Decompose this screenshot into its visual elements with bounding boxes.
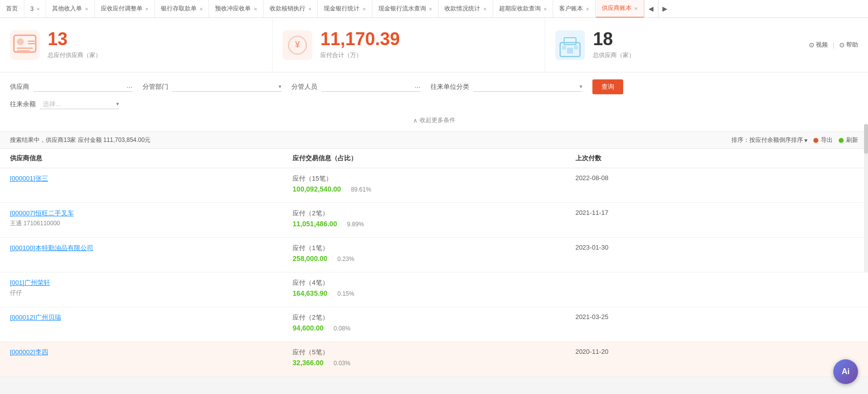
collapse-up-icon: ∧ (413, 117, 418, 124)
close-icon[interactable]: × (85, 6, 88, 12)
category-input[interactable] (473, 82, 578, 91)
tx-pct: 0.23% (337, 256, 354, 263)
tx-info-col: 应付（5笔） 32,366.00 0.03% (292, 348, 575, 367)
last-pay-col: 2021-03-25 (576, 313, 858, 321)
nav-tab-prepay[interactable]: 预收冲应收单 × (209, 0, 263, 18)
tx-pct: 0.03% (334, 360, 351, 367)
export-button[interactable]: 导出 (813, 136, 833, 144)
collapse-bar[interactable]: ∧ 收起更多条件 (10, 114, 858, 127)
col-header-supplier: 供应商信息 (10, 154, 292, 163)
nav-arrow-right[interactable]: ▶ (658, 0, 672, 18)
sort-area: 排序：按应付余额倒序排序 ▾ 导出 刷新 (731, 136, 858, 144)
dept-input[interactable] (172, 82, 277, 91)
dept-chevron-icon: ▾ (279, 83, 282, 90)
tx-info-col: 应付（1笔） 258,000.00 0.23% (292, 244, 575, 263)
table-header: 供应商信息 应付交易信息（占比） 上次付数 (0, 149, 868, 168)
tx-amount-row: 11,051,486.00 9.89% (292, 218, 575, 228)
summary-card3-text: 18 总供应商（家） (593, 30, 635, 60)
nav-tab-3[interactable]: 3 × (24, 0, 46, 18)
nav-tab-collection-stat[interactable]: 收款情况统计 × (438, 0, 493, 18)
video-link[interactable]: ⊙ 视频 (809, 41, 828, 49)
filter-row-1: 供应商 ··· 分管部门 ▾ 分管人员 ··· 往来单位分类 (10, 79, 858, 94)
summary-card-total-suppliers: 18 总供应商（家） ⊙ 视频 | ⊙ 帮助 (545, 18, 868, 72)
total-suppliers-label: 总供应商（家） (593, 51, 635, 60)
balance-input[interactable] (40, 99, 114, 109)
supplier-link[interactable]: [001]广州荣轩 (10, 278, 292, 287)
close-icon[interactable]: × (362, 6, 365, 12)
payable-suppliers-label: 总应付供应商（家） (48, 51, 101, 60)
tx-amount-row: 32,366.00 0.03% (292, 357, 575, 367)
supplier-link[interactable]: [000007]恒旺二手叉车 (10, 209, 292, 218)
supplier-input[interactable] (33, 82, 125, 91)
help-link[interactable]: ⊙ 帮助 (839, 41, 858, 49)
scrollbar-track (864, 124, 868, 273)
tx-info-col: 应付（4笔） 164,635.90 0.15% (292, 278, 575, 297)
filter-supplier: 供应商 ··· (10, 82, 133, 92)
nav-tab-cash-flow[interactable]: 现金银行流水查询 × (372, 0, 438, 18)
result-summary-text: 搜索结果中，供应商13家 应付金额 111,703,854.00元 (10, 136, 150, 144)
question-icon: ⊙ (839, 41, 845, 49)
supplier-link[interactable]: [000100]本特勤油品有限公司 (10, 244, 292, 253)
person-dots-icon[interactable]: ··· (415, 83, 421, 91)
top-navigation: 首页 3 × 其他收入单 × 应收应付调整单 × 银行存取款单 × 预收冲应收单… (0, 0, 868, 18)
close-icon[interactable]: × (586, 6, 589, 12)
close-icon[interactable]: × (254, 6, 257, 12)
nav-tab-overdue[interactable]: 超期应收款查询 × (493, 0, 553, 18)
nav-tab-customer-ledger[interactable]: 客户账本 × (553, 0, 595, 18)
top-right-links: ⊙ 视频 | ⊙ 帮助 (809, 41, 858, 49)
close-icon[interactable]: × (483, 6, 486, 12)
supplier-info-col: [000002]李四 (10, 348, 292, 357)
supplier-label: 供应商 (10, 82, 29, 91)
scrollbar-thumb[interactable] (864, 124, 868, 154)
supplier-info-col: [000012]广州贝瑞 (10, 313, 292, 322)
nav-tab-supplier-ledger[interactable]: 供应商账本 × (596, 0, 644, 18)
svg-rect-2 (17, 38, 24, 45)
nav-tab-collection[interactable]: 收款核销执行 × (264, 0, 318, 18)
table-row: [000001]张三 应付（15笔） 100,092,540.00 89.61%… (0, 168, 868, 203)
supplier-link[interactable]: [000001]张三 (10, 174, 292, 183)
close-icon[interactable]: × (37, 6, 40, 12)
dept-select-wrap: ▾ (172, 82, 282, 92)
refresh-label: 刷新 (846, 136, 858, 144)
sort-label: 排序：按应付余额倒序排序 (731, 136, 803, 144)
nav-tab-bank-deposit[interactable]: 银行存取款单 × (155, 0, 209, 18)
category-chevron-icon: ▾ (579, 83, 582, 90)
close-icon[interactable]: × (308, 6, 311, 12)
svg-text:¥: ¥ (295, 40, 300, 50)
summary-card1-text: 13 总应付供应商（家） (48, 30, 101, 60)
filter-area: 供应商 ··· 分管部门 ▾ 分管人员 ··· 往来单位分类 (0, 72, 868, 132)
sort-button[interactable]: 排序：按应付余额倒序排序 ▾ (731, 136, 807, 144)
payable-total-number: 11,170.39 (320, 30, 400, 48)
last-pay-col: 2021-11-17 (576, 209, 858, 216)
supplier-dots-icon[interactable]: ··· (127, 83, 133, 91)
tx-amount: 258,000.00 (292, 255, 327, 263)
last-pay-col: 2020-11-20 (576, 348, 858, 355)
nav-tab-ar-ap-adjust[interactable]: 应收应付调整单 × (95, 0, 155, 18)
supplier-link[interactable]: [000002]李四 (10, 348, 292, 357)
close-icon[interactable]: × (544, 6, 547, 12)
tx-label: 应付（15笔） (292, 174, 575, 183)
close-icon[interactable]: × (200, 6, 203, 12)
person-input[interactable] (321, 82, 413, 91)
supplier-sub: 王通 17106110000 (10, 219, 292, 228)
supplier-info-col: [000001]张三 (10, 174, 292, 183)
close-icon[interactable]: × (145, 6, 148, 12)
last-pay-date: 2023-01-30 (576, 244, 609, 251)
supplier-link[interactable]: [000012]广州贝瑞 (10, 313, 292, 322)
tx-amount-row: 258,000.00 0.23% (292, 253, 575, 263)
nav-tab-other-income[interactable]: 其他收入单 × (46, 0, 94, 18)
balance-chevron-icon: ▾ (116, 101, 119, 107)
filter-row-2: 往来余额 ▾ (10, 99, 858, 109)
col-header-tx: 应付交易信息（占比） (292, 154, 575, 163)
nav-tab-cash-stat[interactable]: 现金银行统计 × (318, 0, 372, 18)
nav-tab-home[interactable]: 首页 (0, 0, 24, 18)
total-suppliers-icon (555, 30, 585, 60)
refresh-button[interactable]: 刷新 (839, 136, 858, 144)
close-icon[interactable]: × (635, 5, 638, 11)
filter-dept: 分管部门 ▾ (143, 82, 282, 92)
query-button[interactable]: 查询 (592, 79, 623, 94)
close-icon[interactable]: × (429, 6, 432, 12)
table-row: [000002]李四 应付（5笔） 32,366.00 0.03% 2020-1… (0, 342, 868, 377)
nav-arrow-left[interactable]: ◀ (644, 0, 658, 18)
last-pay-date: 2022-08-08 (576, 174, 609, 182)
